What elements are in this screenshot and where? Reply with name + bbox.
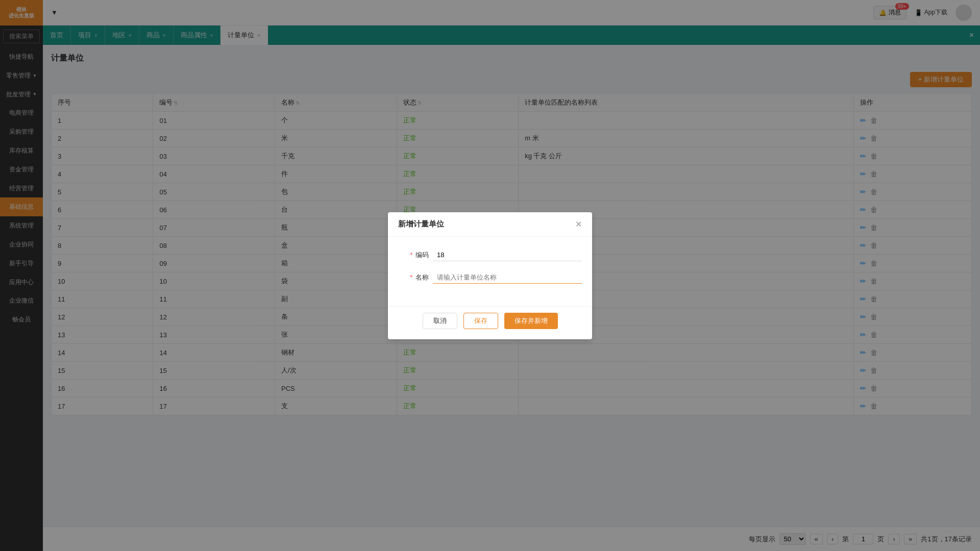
required-star: * — [410, 273, 412, 281]
save-and-new-button[interactable]: 保存并新增 — [504, 313, 558, 329]
required-star: * — [410, 251, 412, 259]
modal-title: 新增计量单位 — [398, 219, 444, 229]
modal-header: 新增计量单位 ✕ — [388, 212, 592, 237]
modal-close-button[interactable]: ✕ — [575, 219, 582, 229]
code-label: * 编码 — [398, 251, 429, 260]
name-label: * 名称 — [398, 273, 429, 282]
name-input[interactable] — [433, 271, 582, 284]
form-row-name: * 名称 — [398, 271, 582, 284]
modal-body: * 编码 * 名称 — [388, 237, 592, 306]
code-input[interactable] — [433, 249, 582, 261]
cancel-button[interactable]: 取消 — [423, 313, 457, 329]
form-row-code: * 编码 — [398, 249, 582, 261]
add-unit-modal: 新增计量单位 ✕ * 编码 * 名称 取消 保存 保存并新增 — [388, 212, 592, 339]
modal-overlay[interactable]: 新增计量单位 ✕ * 编码 * 名称 取消 保存 保存并新增 — [0, 0, 980, 551]
modal-footer: 取消 保存 保存并新增 — [388, 306, 592, 339]
save-button[interactable]: 保存 — [463, 313, 498, 329]
